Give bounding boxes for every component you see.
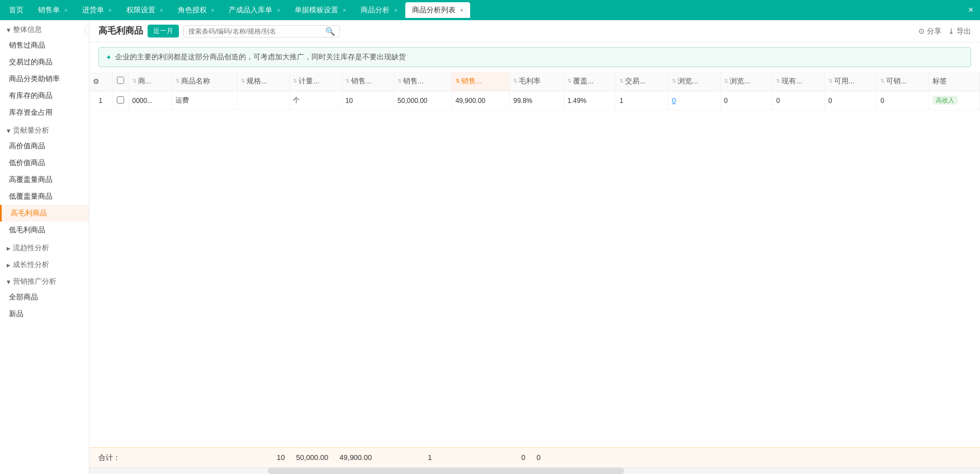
col-trade-label: 交易... (625, 76, 646, 86)
col-sales2-header[interactable]: ⇅ 销售... (394, 72, 452, 91)
sidebar-item-high-value-label: 高价值商品 (9, 142, 45, 150)
row-browse2: 0 (721, 91, 773, 110)
tab-permission[interactable]: 权限设置 × (120, 2, 170, 18)
content-area: 高毛利商品 近一月 🔍 ⊙ 分享 ⤓ 导出 ✦ 企业的主要的利润都是这部分商品创… (89, 20, 980, 474)
row-tag: 高收入 (929, 91, 980, 110)
table-container[interactable]: ⚙ ⇅ 商... (89, 72, 980, 447)
chevron-right-icon: ▸ (7, 244, 11, 252)
search-box[interactable]: 🔍 (183, 25, 340, 37)
row-current: 0 (773, 91, 825, 110)
col-tag-header[interactable]: 标签 (929, 72, 980, 91)
sidebar-item-new-goods[interactable]: 新品 (0, 306, 89, 322)
col-gross-header[interactable]: ⇅ 毛利率 (510, 72, 564, 91)
col-trade-header[interactable]: ⇅ 交易... (616, 72, 668, 91)
tab-analysis[interactable]: 商品分析 × (354, 2, 404, 18)
tab-sales[interactable]: 销售单 × (31, 2, 74, 18)
row-coverage: 1.49% (564, 91, 616, 110)
sidebar-item-all-goods[interactable]: 全部商品 (0, 289, 89, 306)
row-browse1[interactable]: 0 (668, 91, 720, 110)
sidebar-item-high-value[interactable]: 高价值商品 (0, 138, 89, 154)
col-code-header[interactable]: ⇅ 商... (129, 72, 172, 91)
sidebar-item-high-margin[interactable]: 高毛利商品 (0, 205, 89, 222)
row-name[interactable]: 运费 (172, 91, 238, 110)
sidebar-item-category-rate[interactable]: 商品分类助销率 (0, 71, 89, 87)
sidebar-item-low-margin-label: 低毛利商品 (9, 226, 45, 234)
col-sales1-header[interactable]: ⇅ 销售... (342, 72, 394, 91)
sidebar-item-low-value-label: 低价值商品 (9, 158, 45, 167)
scrollbar-thumb[interactable] (268, 468, 624, 474)
share-button[interactable]: ⊙ 分享 (919, 26, 941, 36)
tab-role[interactable]: 角色授权 × (171, 2, 221, 18)
totals-sales2: 50,000.00 (296, 453, 328, 462)
select-all-checkbox[interactable] (117, 77, 124, 84)
chevron-right-icon2: ▸ (7, 261, 11, 269)
table-header-row: ⚙ ⇅ 商... (89, 72, 980, 91)
col-index-header[interactable]: ⚙ (89, 72, 112, 91)
totals-sales3: 49,900.00 (339, 453, 372, 462)
sidebar-item-high-coverage[interactable]: 高覆盖量商品 (0, 171, 89, 188)
sidebar-item-in-stock[interactable]: 有库存的商品 (0, 87, 89, 104)
sidebar-item-sold-goods[interactable]: 销售过商品 (0, 37, 89, 54)
tab-purchase[interactable]: 进货单 × (75, 2, 119, 18)
sidebar-group-contribution[interactable]: ▾ 贡献量分析 (0, 121, 89, 138)
col-available-header[interactable]: ⇅ 可用... (825, 72, 877, 91)
col-tag-label: 标签 (932, 76, 947, 86)
col-sales3-header[interactable]: ⇅ 销售... (452, 72, 510, 91)
col-sellable-header[interactable]: ⇅ 可销... (877, 72, 929, 91)
tab-permission-close[interactable]: × (160, 7, 163, 13)
row-check[interactable] (112, 91, 129, 110)
sidebar-item-low-coverage[interactable]: 低覆盖量商品 (0, 188, 89, 205)
col-coverage-sort-icon: ⇅ (567, 78, 572, 84)
tab-template-close[interactable]: × (343, 7, 346, 13)
sidebar-group-overall[interactable]: ▾ 整体信息 (0, 20, 89, 37)
col-trade-sort-icon: ⇅ (619, 78, 624, 84)
col-name-header[interactable]: ⇅ 商品名称 (172, 72, 238, 91)
export-button[interactable]: ⤓ 导出 (948, 26, 971, 36)
sidebar-item-stock-capital[interactable]: 库存资金占用 (0, 104, 89, 121)
sidebar-group-trend[interactable]: ▸ 流趋性分析 (0, 238, 89, 255)
sidebar-group-marketing-label: 营销推广分析 (13, 276, 56, 287)
col-unit-sort-icon: ⇅ (293, 78, 297, 84)
filter-button[interactable]: 近一月 (148, 25, 179, 37)
tab-product-in-close[interactable]: × (277, 7, 280, 13)
sidebar-item-traded-goods[interactable]: 交易过的商品 (0, 54, 89, 71)
row-checkbox[interactable] (117, 96, 124, 104)
col-available-label: 可用... (834, 76, 855, 86)
tab-analysis-list[interactable]: 商品分析列表 × (405, 2, 470, 18)
row-browse1-link[interactable]: 0 (672, 96, 676, 105)
tab-sales-close[interactable]: × (64, 7, 68, 13)
tab-product-in[interactable]: 产成品入库单 × (222, 2, 287, 18)
row-gross-rate: 99.8% (510, 91, 564, 110)
col-unit-header[interactable]: ⇅ 计量... (290, 72, 342, 91)
sidebar-group-marketing[interactable]: ▾ 营销推广分析 (0, 272, 89, 289)
tab-home-label: 首页 (9, 5, 23, 15)
sidebar-group-growth[interactable]: ▸ 成长性分析 (0, 255, 89, 272)
sidebar-item-all-goods-label: 全部商品 (9, 293, 38, 301)
settings-icon[interactable]: ⚙ (93, 77, 100, 86)
col-sellable-sort-icon: ⇅ (880, 78, 885, 84)
search-input[interactable] (188, 27, 323, 35)
tab-home[interactable]: 首页 (2, 2, 30, 18)
tab-purchase-close[interactable]: × (108, 7, 112, 13)
col-browse1-header[interactable]: ⇅ 浏览... (668, 72, 720, 91)
col-current-header[interactable]: ⇅ 现有... (773, 72, 825, 91)
tab-analysis-list-close[interactable]: × (460, 7, 463, 13)
sidebar-item-sold-goods-label: 销售过商品 (9, 41, 45, 49)
col-browse2-header[interactable]: ⇅ 浏览... (721, 72, 773, 91)
search-icon[interactable]: 🔍 (325, 27, 335, 36)
col-current-sort-icon: ⇅ (776, 78, 780, 84)
col-check-header[interactable] (112, 72, 129, 91)
header-actions: ⊙ 分享 ⤓ 导出 (919, 26, 971, 36)
col-spec-header[interactable]: ⇅ 规格... (238, 72, 290, 91)
col-coverage-header[interactable]: ⇅ 覆盖... (564, 72, 616, 91)
close-all-button[interactable]: × (964, 5, 978, 15)
sidebar-item-low-value[interactable]: 低价值商品 (0, 154, 89, 171)
tab-analysis-close[interactable]: × (394, 7, 397, 13)
horizontal-scrollbar[interactable] (89, 467, 980, 474)
col-sellable-label: 可销... (886, 76, 907, 86)
sidebar-item-low-margin[interactable]: 低毛利商品 (0, 222, 89, 238)
col-browse2-sort-icon: ⇅ (724, 78, 728, 84)
tab-template[interactable]: 单据模板设置 × (288, 2, 353, 18)
tab-role-close[interactable]: × (211, 7, 215, 13)
row-code[interactable]: 0000... (129, 91, 172, 110)
